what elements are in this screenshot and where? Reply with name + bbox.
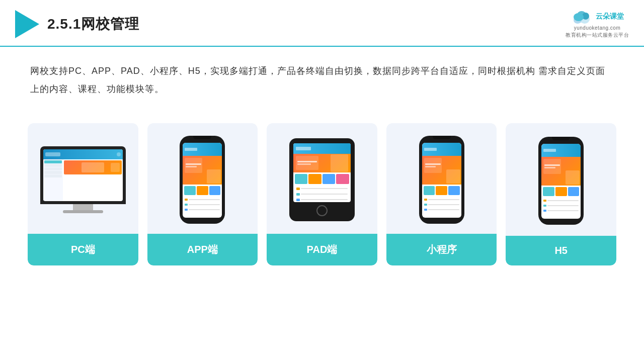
phone-notch [193, 136, 211, 139]
card-pad: PAD端 [267, 123, 377, 265]
card-pc: PC端 [28, 123, 138, 265]
card-app-label: APP端 [147, 234, 258, 265]
description-text: 网校支持PC、APP、PAD、小程序、H5，实现多端打通，产品各终端自由切换，数… [0, 47, 644, 103]
miniapp-phone-notch [433, 136, 451, 139]
h5-phone-screen [541, 144, 581, 219]
card-h5-image [506, 123, 616, 236]
header-right: 云朵课堂 yunduoketang.com 教育机构一站式服务云平台 [566, 9, 629, 39]
card-pad-label: PAD端 [267, 234, 377, 265]
page-title: 2.5.1网校管理 [47, 15, 139, 34]
header: 2.5.1网校管理 云朵课堂 yunduoketang.com 教育机构一站式服… [0, 0, 644, 47]
svg-point-5 [574, 13, 584, 21]
monitor-frame [40, 146, 126, 204]
header-left: 2.5.1网校管理 [15, 10, 139, 38]
tablet-screen [293, 143, 351, 202]
brand-url: yunduoketang.com [574, 25, 621, 31]
app-phone-frame [180, 136, 225, 224]
tablet-home-button [316, 205, 328, 216]
card-miniapp-label: 小程序 [386, 234, 497, 265]
monitor-stand [73, 204, 93, 210]
brand-logo: 云朵课堂 [571, 9, 624, 24]
monitor-screen [43, 149, 123, 201]
miniapp-phone-screen [422, 143, 461, 218]
cards-container: PC端 [0, 108, 644, 276]
miniapp-phone-frame [419, 136, 464, 224]
card-h5: H5 [506, 123, 616, 265]
monitor-base [63, 210, 103, 213]
card-h5-label: H5 [506, 236, 616, 265]
card-pc-image [28, 123, 138, 234]
pc-monitor [40, 146, 126, 213]
card-pc-label: PC端 [28, 234, 138, 265]
cloud-icon [571, 9, 593, 24]
card-miniapp: 小程序 [386, 123, 497, 265]
card-pad-image [267, 123, 377, 234]
h5-phone-notch [552, 137, 570, 140]
logo-triangle-icon [15, 10, 39, 38]
card-app-image [147, 123, 258, 234]
brand-tagline: 教育机构一站式服务云平台 [566, 32, 629, 39]
h5-phone-frame [538, 137, 584, 225]
app-phone-screen [183, 143, 222, 218]
card-miniapp-image [386, 123, 497, 234]
card-app: APP端 [147, 123, 258, 265]
tablet-frame [289, 138, 355, 221]
brand-name: 云朵课堂 [596, 12, 624, 21]
